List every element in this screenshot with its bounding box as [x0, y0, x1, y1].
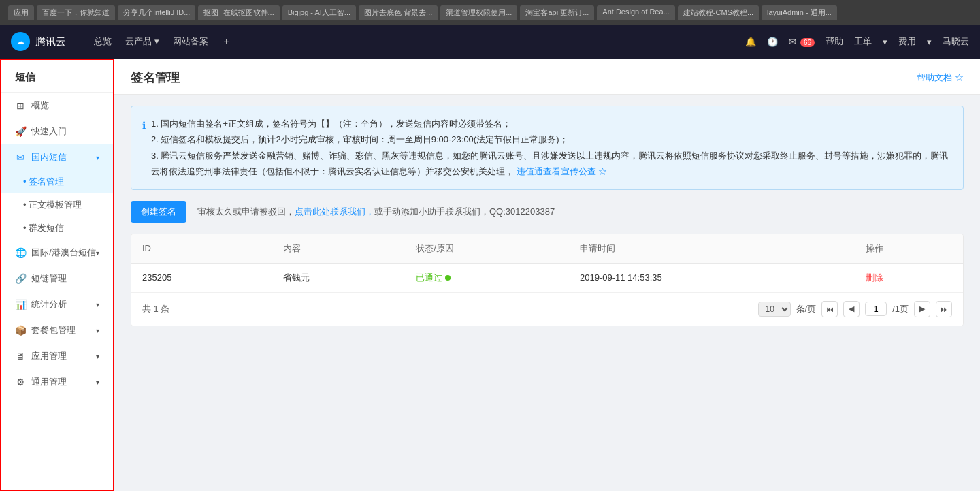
- info-box-row: ℹ 1. 国内短信由签名+正文组成，签名符号为【】（注：全角），发送短信内容时必…: [142, 116, 952, 180]
- sidebar-item-stats-label: 统计分析: [31, 298, 67, 311]
- status-badge: 已通过: [416, 272, 558, 284]
- box-icon: 📦: [15, 325, 26, 336]
- sidebar-item-app[interactable]: 🖥 应用管理 ▾: [1, 343, 113, 369]
- sidebar-item-shortlink[interactable]: 🔗 短链管理: [1, 266, 113, 291]
- browser-tab-2[interactable]: 百度一下，你就知道: [37, 5, 115, 20]
- browser-tab-9[interactable]: Ant Design of Rea...: [597, 5, 674, 20]
- browser-tab-6[interactable]: 图片去底色 背景去...: [359, 5, 438, 20]
- nav-mail-icon[interactable]: ✉ 66: [789, 37, 815, 47]
- browser-tab-1[interactable]: 应用: [8, 5, 34, 20]
- top-nav-right: 🔔 🕐 ✉ 66 帮助 工单 ▾ 费用 ▾ 马晓云: [745, 35, 969, 48]
- page-input[interactable]: [865, 302, 887, 316]
- chart-icon: 📊: [15, 299, 26, 310]
- sidebar-item-signature-label: •: [23, 176, 29, 187]
- sidebar-item-domestic[interactable]: ✉ 国内短信 ▾: [1, 144, 113, 170]
- table-body: 235205 省钱元 已通过 2019-09-11 14:53:35 删除: [131, 263, 963, 292]
- chevron-right-icon-package: ▾: [96, 327, 99, 334]
- sidebar-item-domestic-label: 国内短信: [31, 151, 67, 163]
- sidebar-item-overview[interactable]: ⊞ 概览: [1, 93, 113, 118]
- prev-page-button[interactable]: ◀: [843, 301, 860, 317]
- sidebar-title: 短信: [1, 60, 113, 93]
- sidebar-section: ⊞ 概览 🚀 快速入门 ✉ 国内短信 ▾ • 签名管理 • 正文模板管理: [1, 93, 113, 395]
- last-page-button[interactable]: ⏭: [936, 301, 952, 317]
- delete-button[interactable]: 删除: [866, 272, 883, 283]
- nav-clock-icon[interactable]: 🕐: [767, 37, 778, 47]
- browser-tab-5[interactable]: Bigjpg - AI人工智...: [282, 5, 356, 20]
- nav-user[interactable]: 马晓云: [943, 35, 969, 48]
- page-title: 签名管理: [131, 69, 180, 86]
- sidebar-item-package[interactable]: 📦 套餐包管理 ▾: [1, 317, 113, 343]
- main-layout: 短信 ⊞ 概览 🚀 快速入门 ✉ 国内短信 ▾ • 签名管理: [0, 59, 980, 491]
- col-action: 操作: [855, 234, 963, 264]
- logo-text: 腾讯云: [35, 35, 66, 48]
- browser-tab-4[interactable]: 抠图_在线抠图软件...: [198, 5, 279, 20]
- help-link[interactable]: 帮助文档 ☆: [917, 72, 964, 84]
- sidebar-item-send-label: •: [23, 223, 29, 233]
- sidebar-item-overview-label: 概览: [31, 99, 49, 112]
- link-icon: 🔗: [15, 273, 26, 284]
- nav-item-overview[interactable]: 总览: [94, 33, 112, 50]
- browser-tab-7[interactable]: 渠道管理权限使用...: [440, 5, 517, 20]
- total-pages-label: /1页: [892, 303, 909, 315]
- info-line-2: 2. 短信签名和模板提交后，预计2小时完成审核，审核时间：周一至周日9:00-2…: [151, 131, 952, 147]
- content-area: 签名管理 帮助文档 ☆ ℹ 1. 国内短信由签名+正文组成，签名符号为【】（注：…: [114, 59, 980, 491]
- info-text: 1. 国内短信由签名+正文组成，签名符号为【】（注：全角），发送短信内容时必须带…: [151, 116, 952, 180]
- table-row: 235205 省钱元 已通过 2019-09-11 14:53:35 删除: [131, 263, 963, 292]
- sidebar-item-send[interactable]: • 群发短信: [1, 217, 113, 240]
- action-contact-link[interactable]: 点击此处联系我们，: [295, 206, 374, 217]
- pagination-controls: 10 20 50 条/页 ⏮ ◀ /1页 ▶ ⏭: [758, 301, 952, 317]
- pagination-row: 共 1 条 10 20 50 条/页 ⏮ ◀ /1页 ▶ ⏭: [131, 292, 963, 326]
- info-icon: ℹ: [142, 117, 146, 134]
- browser-tab-11[interactable]: layuiAdmin - 通用...: [762, 5, 837, 20]
- nav-item-website[interactable]: 网站备案: [173, 33, 208, 50]
- sidebar-item-general-label: 通用管理: [31, 376, 67, 388]
- browser-tab-8[interactable]: 淘宝客api 更新订...: [520, 5, 594, 20]
- sidebar-item-general[interactable]: ⚙ 通用管理 ▾: [1, 369, 113, 395]
- nav-help[interactable]: 帮助: [826, 35, 843, 48]
- nav-billing[interactable]: 费用: [898, 35, 916, 48]
- signatures-table: ID 内容 状态/原因 申请时间 操作 235205 省钱元 已通过: [131, 234, 963, 292]
- sidebar-item-quickstart-label: 快速入门: [31, 125, 67, 138]
- col-id: ID: [131, 234, 272, 264]
- sidebar-item-stats[interactable]: 📊 统计分析 ▾: [1, 291, 113, 317]
- chevron-down-icon: ▾: [96, 154, 99, 161]
- sidebar-item-template-label: •: [23, 200, 29, 210]
- action-help-prefix: 审核太久或申请被驳回，: [197, 206, 295, 217]
- sidebar-item-shortlink-label: 短链管理: [31, 272, 67, 285]
- chevron-right-icon-app: ▾: [96, 353, 99, 360]
- row-content: 省钱元: [272, 263, 405, 292]
- total-count: 共 1 条: [142, 303, 169, 315]
- globe-icon: 🌐: [15, 247, 26, 258]
- next-page-button[interactable]: ▶: [914, 301, 930, 317]
- logo[interactable]: ☁ 腾讯云: [11, 32, 66, 51]
- sidebar-item-template[interactable]: • 正文模板管理: [1, 193, 113, 217]
- table-container: ID 内容 状态/原因 申请时间 操作 235205 省钱元 已通过: [131, 234, 964, 326]
- page-size-select[interactable]: 10 20 50: [758, 302, 791, 317]
- first-page-button[interactable]: ⏮: [821, 301, 838, 317]
- top-nav: ☁ 腾讯云 总览 云产品 ▾ 网站备案 ＋ 🔔 🕐 ✉ 66 帮助 工单 ▾ 费…: [0, 25, 980, 59]
- sidebar-item-international[interactable]: 🌐 国际/港澳台短信 ▾: [1, 240, 113, 266]
- col-content: 内容: [272, 234, 405, 264]
- action-help-suffix: 或手动添加小助手联系我们，QQ:3012203387: [374, 206, 555, 217]
- row-action: 删除: [855, 263, 963, 292]
- logo-icon: ☁: [11, 32, 30, 51]
- col-status: 状态/原因: [405, 234, 569, 264]
- info-line-3: 3. 腾讯云短信服务严禁发送金融营销、赌博、诈骗、彩信、黑灰等违规信息，如您的腾…: [151, 148, 952, 180]
- nav-notification-icon[interactable]: 🔔: [745, 37, 756, 47]
- sidebar-item-quickstart[interactable]: 🚀 快速入门: [1, 118, 113, 144]
- info-link[interactable]: 违值通查看宣传公查 ☆: [517, 166, 608, 176]
- status-dot-icon: [445, 275, 451, 281]
- nav-ticket[interactable]: 工单: [854, 35, 872, 48]
- nav-item-add[interactable]: ＋: [222, 33, 231, 50]
- sidebar-item-signature[interactable]: • 签名管理: [1, 170, 113, 193]
- action-bar: 创建签名 审核太久或申请被驳回，点击此处联系我们，或手动添加小助手联系我们，QQ…: [114, 201, 980, 234]
- content-header: 签名管理 帮助文档 ☆: [114, 59, 980, 95]
- browser-tab-3[interactable]: 分享几个IntelliJ ID...: [118, 5, 195, 20]
- info-box: ℹ 1. 国内短信由签名+正文组成，签名符号为【】（注：全角），发送短信内容时必…: [131, 106, 964, 190]
- chevron-right-icon-general: ▾: [96, 379, 99, 386]
- info-line-1: 1. 国内短信由签名+正文组成，签名符号为【】（注：全角），发送短信内容时必须带…: [151, 116, 952, 131]
- nav-item-products[interactable]: 云产品 ▾: [125, 33, 159, 50]
- create-signature-button[interactable]: 创建签名: [131, 201, 186, 223]
- table-head: ID 内容 状态/原因 申请时间 操作: [131, 234, 963, 264]
- browser-tab-10[interactable]: 建站教程-CMS教程...: [678, 5, 759, 20]
